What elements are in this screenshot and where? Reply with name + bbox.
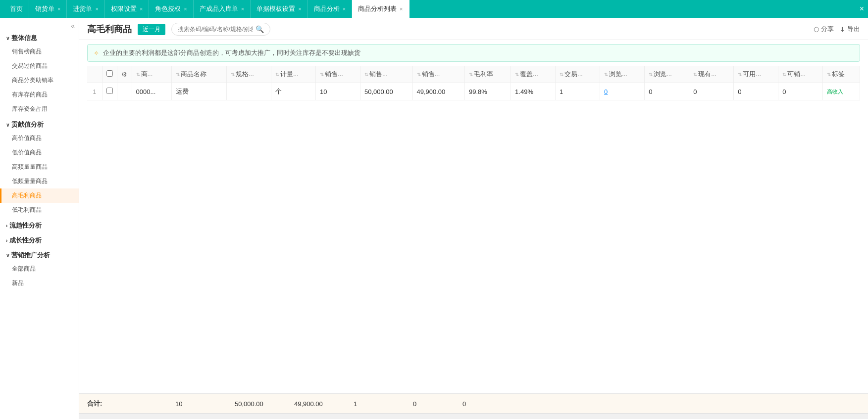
close-all-tabs-button[interactable]: × [860, 4, 864, 13]
header-actions: ⬡ 分享 ⬇ 导出 [814, 25, 860, 34]
cell-sales-amount: 50,000.00 [360, 83, 412, 100]
cell-tag: 高收入 [823, 83, 860, 100]
share-label: 分享 [821, 25, 834, 34]
col-header-index[interactable] [87, 66, 102, 83]
group-label: 贡献值分析 [11, 120, 44, 129]
cell-unit: 个 [271, 83, 315, 100]
col-label-margin-rate: 毛利率 [474, 70, 493, 79]
sidebar-item-in-stock-products[interactable]: 有库存的商品 [0, 88, 79, 102]
col-header-tag[interactable]: ⇅标签 [823, 66, 860, 83]
search-input[interactable] [178, 26, 253, 33]
col-header-product-code[interactable]: ⇅商... [132, 66, 171, 83]
sidebar-item-all-products[interactable]: 全部商品 [0, 262, 79, 276]
sidebar-item-product-conversion[interactable]: 商品分类助销率 [0, 73, 79, 88]
row-checkbox[interactable] [106, 88, 113, 94]
close-tab-permission-settings[interactable]: × [140, 6, 143, 12]
col-header-saleable[interactable]: ⇅可销... [778, 66, 823, 83]
col-header-checkbox[interactable] [102, 66, 117, 83]
col-label-product-name: 商品名称 [181, 70, 206, 79]
col-header-available2[interactable]: ⇅可用... [734, 66, 778, 83]
sidebar-item-low-freq[interactable]: 低频量量商品 [0, 174, 79, 188]
browse-link[interactable]: 0 [604, 88, 608, 95]
cell-transaction: 1 [556, 83, 600, 100]
sidebar-item-inventory-capital[interactable]: 库存资金占用 [0, 102, 79, 116]
col-sort-icon: ⇅ [136, 72, 140, 77]
sidebar-group-financial-analysis[interactable]: ∨贡献值分析 [0, 116, 79, 131]
col-header-browse2[interactable]: ⇅浏览... [645, 66, 689, 83]
horizontal-scrollbar[interactable] [79, 413, 868, 419]
nav-tab-sales-order[interactable]: 销货单× [29, 0, 67, 18]
col-sort-icon: ⇅ [693, 72, 697, 77]
cell-product-code: 0000... [132, 83, 171, 100]
total-label: 合计: [87, 399, 171, 408]
nav-tab-permission-settings[interactable]: 权限设置× [105, 0, 149, 18]
col-header-sales-qty[interactable]: ⇅销售... [315, 66, 360, 83]
nav-tab-product-analysis[interactable]: 商品分析× [308, 0, 352, 18]
col-header-settings[interactable]: ⚙ [117, 66, 132, 83]
nav-tab-home[interactable]: 首页 [4, 0, 29, 18]
nav-tab-purchase-order[interactable]: 进货单× [67, 0, 104, 18]
export-button[interactable]: ⬇ 导出 [840, 25, 860, 34]
close-tab-product-analysis-list[interactable]: × [400, 6, 403, 12]
close-tab-role-permissions[interactable]: × [184, 6, 187, 12]
select-all-checkbox[interactable] [106, 70, 113, 77]
sidebar-item-low-value[interactable]: 低价值商品 [0, 145, 79, 160]
sidebar-group-marketing-analysis[interactable]: ∨营销推广分析 [0, 247, 79, 262]
footer-total: 合计: 10 50,000.00 49,900.00 1 0 0 [79, 393, 868, 413]
search-icon[interactable]: 🔍 [255, 25, 264, 33]
nav-tab-product-analysis-list[interactable]: 商品分析列表× [352, 0, 409, 18]
group-arrow-icon: ∨ [6, 253, 9, 258]
cell-saleable: 0 [778, 83, 823, 100]
col-sort-icon: ⇅ [782, 72, 786, 77]
col-header-sales-profit[interactable]: ⇅销售... [412, 66, 465, 83]
share-button[interactable]: ⬡ 分享 [814, 25, 834, 34]
nav-tab-product-warehouse[interactable]: 产成品入库单× [194, 0, 251, 18]
cell-sales-profit: 49,900.00 [412, 83, 465, 100]
export-icon: ⬇ [840, 26, 845, 33]
col-label-available1: 现有... [698, 70, 716, 79]
sidebar-group-growth-analysis[interactable]: ›成长性分析 [0, 232, 79, 247]
page-title: 高毛利商品 [87, 23, 132, 35]
sidebar: «∨整体信息销售榜商品交易过的商品商品分类助销率有库存的商品库存资金占用∨贡献值… [0, 18, 79, 419]
sidebar-item-new-products[interactable]: 新品 [0, 276, 79, 290]
col-header-sales-amount[interactable]: ⇅销售... [360, 66, 412, 83]
close-tab-product-analysis[interactable]: × [343, 6, 346, 12]
sidebar-item-sales-ranking[interactable]: 销售榜商品 [0, 45, 79, 59]
close-tab-sales-order[interactable]: × [57, 6, 60, 12]
nav-tab-template-settings[interactable]: 单据模板设置× [251, 0, 307, 18]
col-label-coverage: 覆盖... [520, 70, 538, 79]
sidebar-group-overall-info[interactable]: ∨整体信息 [0, 30, 79, 45]
col-label-tag: 标签 [832, 70, 845, 79]
cell-available2: 0 [734, 83, 778, 100]
sidebar-item-traded-products[interactable]: 交易过的商品 [0, 59, 79, 73]
col-header-browse1[interactable]: ⇅浏览... [600, 66, 645, 83]
sidebar-item-high-margin[interactable]: 高毛利商品 [0, 188, 79, 203]
cell-checkbox[interactable] [102, 83, 117, 100]
col-header-margin-rate[interactable]: ⇅毛利率 [465, 66, 511, 83]
sidebar-group-trend-analysis[interactable]: ›流趋性分析 [0, 217, 79, 232]
period-button[interactable]: 近一月 [138, 24, 165, 35]
col-header-transaction[interactable]: ⇅交易... [556, 66, 600, 83]
group-arrow-icon: ∨ [6, 122, 9, 128]
cell-available1: 0 [689, 83, 734, 100]
sidebar-item-high-freq[interactable]: 高频量量商品 [0, 160, 79, 174]
footer-available2: 0 [459, 400, 508, 408]
col-header-unit[interactable]: ⇅计量... [271, 66, 315, 83]
col-header-coverage[interactable]: ⇅覆盖... [511, 66, 556, 83]
col-header-available1[interactable]: ⇅现有... [689, 66, 734, 83]
close-tab-template-settings[interactable]: × [298, 6, 301, 12]
cell-sales-qty: 10 [315, 83, 360, 100]
col-header-product-name[interactable]: ⇅商品名称 [171, 66, 226, 83]
close-tab-product-warehouse[interactable]: × [241, 6, 244, 12]
nav-tab-role-permissions[interactable]: 角色授权× [149, 0, 193, 18]
sidebar-collapse-button[interactable]: « [0, 18, 79, 30]
close-tab-purchase-order[interactable]: × [95, 6, 98, 12]
col-label-spec: 规格... [236, 70, 254, 79]
sidebar-item-high-value[interactable]: 高价值商品 [0, 131, 79, 145]
cell-browse1[interactable]: 0 [600, 83, 645, 100]
group-arrow-icon: › [6, 238, 7, 243]
col-header-spec[interactable]: ⇅规格... [226, 66, 271, 83]
col-sort-icon: ⇅ [827, 72, 831, 77]
sidebar-item-low-margin[interactable]: 低毛利商品 [0, 203, 79, 217]
content-header: 高毛利商品 近一月 🔍 ⬡ 分享 ⬇ 导出 [79, 18, 868, 40]
